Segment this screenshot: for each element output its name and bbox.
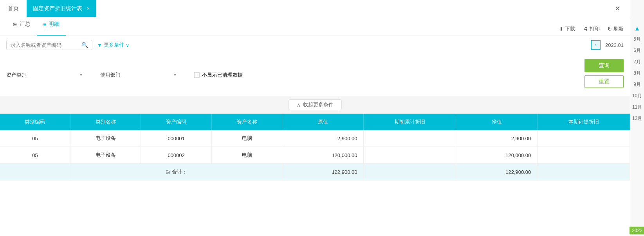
nav-tab-label: 固定资产折旧统计表 [33, 5, 82, 12]
tab-summary-label: 汇总 [20, 21, 31, 28]
hide-cleared-label: 不显示已清理数据 [202, 72, 243, 79]
sidebar-month-9[interactable]: 9月 [630, 79, 644, 90]
search-input-wrap[interactable]: 🔍 [6, 40, 92, 50]
sidebar-year-badge[interactable]: 2023 [630, 227, 644, 234]
total-current-dep [538, 164, 630, 181]
refresh-label: 刷新 [613, 25, 624, 32]
more-filter-label: 更多条件 [104, 41, 124, 48]
collapse-icon: ∧ [297, 102, 301, 108]
toolbar-right: ⬇ 下载 🖨 打印 ↻ 刷新 [559, 25, 624, 36]
cell-category-name-0: 电子设备 [70, 130, 141, 147]
cell-category-name-1: 电子设备 [70, 147, 141, 164]
checkbox-box[interactable] [194, 72, 200, 78]
dept-select[interactable]: ▼ [124, 72, 179, 78]
col-header-1: 类别名称 [70, 114, 141, 130]
search-icon: 🔍 [81, 42, 88, 48]
sidebar-nav-up[interactable]: ▲ [630, 23, 644, 34]
nav-tab-active[interactable]: 固定资产折旧统计表 × [27, 0, 96, 17]
right-sidebar: ▲ 5月 6月 7月 8月 9月 10月 11月 12月 2023 [630, 0, 644, 236]
cell-current-dep-1 [538, 147, 630, 164]
col-header-4: 原值 [282, 114, 364, 130]
close-window-btn[interactable]: ✕ [605, 0, 630, 17]
refresh-icon: ↻ [608, 26, 612, 32]
expand-btn[interactable]: › [591, 40, 601, 50]
filter-icon: ▼ [97, 42, 102, 48]
sidebar-month-5[interactable]: 5月 [630, 34, 644, 45]
cell-accumulated-1 [364, 147, 456, 164]
cell-asset-name-1: 电脑 [211, 147, 282, 164]
tab-bar: ⊕ 汇总 ≡ 明细 ⬇ 下载 🖨 打印 ↻ 刷新 [0, 17, 630, 36]
table-row[interactable]: 05 电子设备 000001 电脑 2,900.00 2,900.00 [0, 130, 630, 147]
total-icon: 🗂 [165, 169, 170, 175]
dept-label: 使用部门 [100, 72, 121, 79]
cell-category-code-1: 05 [0, 147, 70, 164]
download-label: 下载 [565, 25, 575, 32]
col-header-2: 资产编码 [141, 114, 211, 130]
nav-tab-close[interactable]: × [87, 6, 90, 11]
tab-summary[interactable]: ⊕ 汇总 [6, 17, 37, 36]
col-header-0: 类别编码 [0, 114, 70, 130]
reset-btn[interactable]: 重置 [584, 75, 624, 88]
asset-type-arrow: ▼ [79, 73, 83, 77]
cell-asset-name-0: 电脑 [211, 130, 282, 147]
col-header-3: 资产名称 [211, 114, 282, 130]
summary-icon: ⊕ [13, 21, 17, 27]
total-original-value: 122,900.00 [282, 164, 364, 181]
sidebar-month-12[interactable]: 12月 [630, 113, 644, 124]
table-body: 05 电子设备 000001 电脑 2,900.00 2,900.00 05 电… [0, 130, 630, 181]
col-header-7: 本期计提折旧 [538, 114, 630, 130]
tab-detail[interactable]: ≡ 明细 [37, 17, 66, 36]
sidebar-month-7[interactable]: 7月 [630, 56, 644, 68]
sidebar-month-6[interactable]: 6月 [630, 45, 644, 56]
sidebar-month-11[interactable]: 11月 [630, 102, 644, 113]
refresh-btn[interactable]: ↻ 刷新 [608, 25, 624, 32]
table-row[interactable]: 05 电子设备 000002 电脑 120,000.00 120,000.00 [0, 147, 630, 164]
chevron-down-icon: ∨ [126, 42, 130, 48]
collapse-btn[interactable]: ∧ 收起更多条件 [289, 99, 342, 110]
table-total-row: 🗂 合计： 122,900.00 122,900.00 [0, 164, 630, 181]
filter-actions: 查询 重置 [584, 59, 624, 91]
sidebar-month-8[interactable]: 8月 [630, 68, 644, 79]
cell-asset-code-1: 000002 [141, 147, 211, 164]
date-display: 2023.01 [605, 42, 624, 48]
cell-original-value-0: 2,900.00 [282, 130, 364, 147]
filter-dept: 使用部门 ▼ [100, 72, 179, 79]
collapse-bar: ∧ 收起更多条件 [0, 96, 630, 114]
detail-icon: ≡ [43, 21, 46, 27]
total-accumulated [364, 164, 456, 181]
table-wrap: 类别编码 类别名称 资产编码 资产名称 原值 期初累计折旧 净值 本期计提折旧 … [0, 114, 630, 236]
total-label: 合计： [172, 169, 187, 175]
filter-asset-type: 资产类别 ▼ [6, 72, 85, 79]
total-icon-cell [0, 164, 70, 181]
filter-area: 资产类别 ▼ 使用部门 ▼ 不显示已清理数据 查询 重置 [0, 54, 630, 96]
sidebar-month-10[interactable]: 10月 [630, 90, 644, 102]
collapse-label: 收起更多条件 [303, 101, 334, 108]
cell-net-value-0: 2,900.00 [456, 130, 538, 147]
cell-asset-code-0: 000001 [141, 130, 211, 147]
table-header: 类别编码 类别名称 资产编码 资产名称 原值 期初累计折旧 净值 本期计提折旧 [0, 114, 630, 130]
cell-original-value-1: 120,000.00 [282, 147, 364, 164]
more-filter-btn[interactable]: ▼ 更多条件 ∨ [97, 41, 130, 48]
cell-category-code-0: 05 [0, 130, 70, 147]
cell-current-dep-0 [538, 130, 630, 147]
search-bar: 🔍 ▼ 更多条件 ∨ › 2023.01 [0, 36, 630, 54]
tab-detail-label: 明细 [49, 21, 60, 28]
asset-type-select[interactable]: ▼ [30, 72, 85, 78]
search-input[interactable] [11, 42, 79, 48]
hide-cleared-checkbox[interactable]: 不显示已清理数据 [194, 72, 243, 79]
cell-accumulated-0 [364, 130, 456, 147]
dept-arrow: ▼ [173, 73, 177, 77]
top-nav: 首页 固定资产折旧统计表 × ✕ [0, 0, 630, 17]
query-btn[interactable]: 查询 [584, 59, 624, 72]
data-table: 类别编码 类别名称 资产编码 资产名称 原值 期初累计折旧 净值 本期计提折旧 … [0, 114, 630, 181]
download-btn[interactable]: ⬇ 下载 [559, 25, 575, 32]
nav-home[interactable]: 首页 [0, 0, 27, 17]
total-label-cell: 🗂 合计： [70, 164, 282, 181]
filter-row: 资产类别 ▼ 使用部门 ▼ 不显示已清理数据 查询 重置 [6, 59, 624, 96]
print-btn[interactable]: 🖨 打印 [583, 25, 600, 32]
print-label: 打印 [590, 25, 600, 32]
col-header-6: 净值 [456, 114, 538, 130]
total-net-value: 122,900.00 [456, 164, 538, 181]
col-header-5: 期初累计折旧 [364, 114, 456, 130]
download-icon: ⬇ [559, 26, 563, 32]
